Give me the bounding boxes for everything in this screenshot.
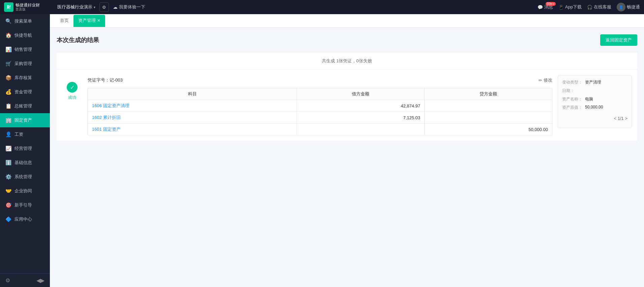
success-indicator: ✓ 成功 (62, 75, 82, 135)
sidebar-item-label: 采购管理 (14, 61, 32, 67)
headset-icon: 🎧 (587, 5, 592, 10)
page-header: 本次生成的结果 返回固定资产 (57, 34, 637, 46)
sidebar-item-label: 应用中心 (14, 216, 32, 222)
collapse-icon[interactable]: ◀▶ (36, 277, 44, 284)
sidebar-item-quick-nav[interactable]: 🏠 快捷导航 (0, 28, 50, 42)
col-credit: 贷方金额 (425, 88, 552, 100)
sidebar-item-label: 工资 (14, 131, 23, 137)
pagination[interactable]: < 1/1 > (562, 113, 627, 124)
sidebar-item-label: 系统管理 (14, 174, 32, 180)
download-icon: 📱 (558, 5, 564, 10)
cell-subject: 1606 固定资产清理 (88, 100, 297, 112)
sidebar-item-app-center[interactable]: 🔷 应用中心 (0, 212, 50, 226)
sidebar-item-funds[interactable]: 💰 资金管理 (0, 85, 50, 99)
tab-asset-management-label: 资产管理 (78, 18, 96, 24)
change-type-label: 变动类型： (562, 79, 582, 85)
sidebar-bottom: ⚙ ◀▶ (0, 274, 50, 287)
side-info-panel: 变动类型： 资产清理 日期： 资产名称： 电脑 资产原值： (558, 75, 632, 128)
result-panel: 共生成 1张凭证，0张失败 ✓ 成功 凭证字号：记-003 ✏ (57, 53, 637, 141)
logo-title: 畅捷通好业财 (16, 3, 40, 7)
inventory-icon: 📦 (5, 75, 12, 81)
edit-icon: ✏ (539, 78, 542, 83)
tab-close-icon[interactable]: ✕ (97, 18, 100, 23)
pagination-next[interactable]: > (625, 116, 627, 121)
voucher-table-area: 凭证字号：记-003 ✏ 修改 科目 借方金额 贷 (88, 75, 552, 135)
edit-button[interactable]: ✏ 修改 (539, 77, 552, 83)
change-type-value: 资产清理 (585, 79, 601, 85)
header-center: 医疗器械行业演示 ▾ ⚙ ☁ 我要体验一下 (54, 2, 538, 12)
experience-label: 我要体验一下 (119, 4, 145, 10)
sidebar-item-label: 总账管理 (14, 103, 32, 109)
home-icon: 🏠 (5, 32, 12, 38)
tab-home-label: 首页 (60, 18, 69, 24)
sidebar-item-label: 固定资产 (14, 117, 32, 123)
return-button[interactable]: 返回固定资产 (600, 34, 637, 46)
customer-service-button[interactable]: 🎧 在线客服 (587, 4, 611, 10)
logo-subtitle: 普及版 (16, 7, 40, 11)
pagination-prev[interactable]: < (614, 116, 617, 121)
content-area: 首页 资产管理 ✕ 本次生成的结果 返回固定资产 共生成 1张凭证，0张失败 (50, 14, 644, 287)
operations-icon: 📈 (5, 146, 12, 152)
company-selector[interactable]: 医疗器械行业演示 ▾ (57, 4, 95, 10)
sidebar-item-fixed-assets[interactable]: 🏢 固定资产 (0, 113, 50, 127)
sidebar-item-payroll[interactable]: 👤 工资 (0, 127, 50, 141)
funds-icon: 💰 (5, 89, 12, 95)
user-name: 畅捷通 (627, 4, 640, 10)
ledger-icon: 📋 (5, 103, 12, 109)
logo-area: 财 畅捷通好业财 普及版 (4, 2, 54, 12)
side-info-asset-name: 资产名称： 电脑 (562, 96, 627, 102)
gear-icon: ⚙️ (5, 174, 12, 180)
chevron-down-icon: ▾ (94, 5, 95, 9)
col-subject: 科目 (88, 88, 297, 100)
sidebar-item-label: 基础信息 (14, 160, 32, 166)
sidebar-item-ledger[interactable]: 📋 总账管理 (0, 99, 50, 113)
purchase-icon: 🛒 (5, 61, 12, 67)
sidebar-item-label: 资金管理 (14, 89, 32, 95)
search-icon: 🔍 (5, 18, 12, 24)
col-debit: 借方金额 (297, 88, 425, 100)
sidebar-item-inventory[interactable]: 📦 库存核算 (0, 71, 50, 85)
sidebar-item-guide[interactable]: 🎯 新手引导 (0, 198, 50, 212)
page-title: 本次生成的结果 (57, 36, 99, 44)
cooperation-icon: 🤝 (5, 188, 12, 194)
sidebar-item-system[interactable]: ⚙️ 系统管理 (0, 170, 50, 184)
info-icon: ℹ️ (5, 160, 12, 166)
side-info-date: 日期： (562, 88, 627, 94)
sidebar-item-search[interactable]: 🔍 搜索菜单 (0, 14, 50, 28)
messages-button[interactable]: 💬 消息 99++ (538, 4, 553, 10)
tab-asset-management[interactable]: 资产管理 ✕ (73, 15, 105, 27)
header-right: 💬 消息 99++ 📱 App下载 🎧 在线客服 👤 畅捷通 (538, 3, 640, 11)
tab-home[interactable]: 首页 (55, 15, 73, 27)
table-row: 1601 固定资产 50,000.00 (88, 124, 552, 135)
sidebar-item-operations[interactable]: 📈 经营管理 (0, 141, 50, 156)
building-icon: 🏢 (5, 117, 12, 123)
asset-value-label: 资产原值： (562, 105, 582, 110)
sidebar-item-sales[interactable]: 📊 销售管理 (0, 42, 50, 57)
message-icon: 💬 (538, 5, 543, 10)
cell-debit: 7,125.03 (297, 112, 425, 124)
cell-debit (297, 124, 425, 135)
sidebar-item-basics[interactable]: ℹ️ 基础信息 (0, 156, 50, 170)
app-download-button[interactable]: 📱 App下载 (558, 4, 582, 10)
voucher-number: 凭证字号：记-003 (88, 77, 123, 83)
sidebar-item-purchase[interactable]: 🛒 采购管理 (0, 57, 50, 71)
summary-text: 共生成 1张凭证，0张失败 (322, 58, 372, 63)
result-summary: 共生成 1张凭证，0张失败 (57, 53, 637, 70)
sidebar: 🔍 搜索菜单 🏠 快捷导航 📊 销售管理 🛒 采购管理 📦 库存核算 💰 资金管… (0, 14, 50, 287)
edit-label: 修改 (544, 77, 552, 83)
sidebar-item-label: 搜索菜单 (14, 18, 32, 24)
top-header: 财 畅捷通好业财 普及版 医疗器械行业演示 ▾ ⚙ ☁ 我要体验一下 💬 消息 … (0, 0, 644, 14)
sales-icon: 📊 (5, 46, 12, 53)
guide-icon: 🎯 (5, 202, 12, 208)
sidebar-item-cooperation[interactable]: 🤝 企业协同 (0, 184, 50, 198)
sidebar-item-label: 销售管理 (14, 46, 32, 53)
table-row: 1606 固定资产清理 42,874.97 (88, 100, 552, 112)
app-center-icon: 🔷 (5, 216, 12, 222)
experience-button[interactable]: ☁ 我要体验一下 (113, 4, 145, 10)
avatar: 👤 (617, 3, 625, 11)
settings-bottom-icon[interactable]: ⚙ (5, 277, 10, 284)
settings-button[interactable]: ⚙ (99, 2, 109, 12)
sidebar-item-label: 经营管理 (14, 146, 32, 152)
user-profile-button[interactable]: 👤 畅捷通 (617, 3, 640, 11)
sidebar-item-label: 快捷导航 (14, 32, 32, 38)
